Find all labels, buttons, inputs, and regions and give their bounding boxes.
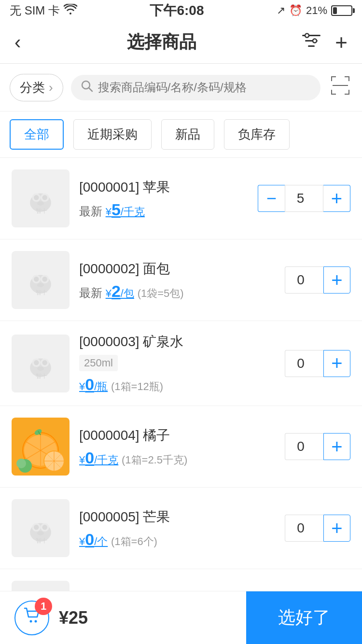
svg-rect-2	[308, 45, 315, 47]
bottom-bar: 1 ¥25 选好了	[0, 591, 362, 644]
battery-percent: 21%	[306, 4, 327, 17]
cart-badge: 1	[35, 598, 52, 615]
quantity-input[interactable]	[285, 266, 323, 294]
product-price: 最新 ¥2/包 (1袋=5包)	[79, 282, 275, 301]
product-thumbnail: 智十	[12, 335, 70, 392]
status-right: ↗ ⏰ 21%	[277, 4, 352, 17]
search-box	[71, 75, 320, 100]
scan-button[interactable]	[328, 73, 352, 101]
tab-all[interactable]: 全部	[10, 119, 64, 150]
quantity-control: − +	[258, 185, 350, 212]
product-name: [0000005] 芒果	[79, 508, 275, 526]
product-info: [0000001] 苹果 最新 ¥5/千克	[79, 178, 248, 219]
increase-button[interactable]: +	[323, 185, 350, 212]
filter-icon[interactable]	[302, 32, 320, 53]
tabs-bar: 全部 近期采购 新品 负库存	[0, 112, 362, 158]
quantity-control: +	[285, 350, 350, 377]
svg-text:智十: 智十	[36, 289, 47, 296]
quantity-input[interactable]	[285, 515, 323, 542]
svg-rect-10	[348, 76, 349, 81]
svg-point-4	[313, 39, 317, 42]
nav-actions: +	[302, 32, 348, 53]
product-thumbnail: 智十	[12, 499, 70, 557]
svg-point-27	[42, 277, 48, 282]
svg-point-56	[34, 525, 39, 530]
quantity-input[interactable]	[285, 185, 323, 212]
tab-new[interactable]: 新品	[161, 119, 214, 150]
tab-negative[interactable]: 负库存	[224, 119, 290, 150]
search-icon	[81, 80, 93, 96]
decrease-button[interactable]: −	[258, 185, 285, 212]
back-button[interactable]: ‹	[14, 31, 21, 53]
list-item: 智十 [0000003] 矿泉水 250ml ¥0/瓶 (1箱=12瓶) +	[0, 321, 362, 406]
product-name: [0000001] 苹果	[79, 178, 248, 196]
svg-point-26	[34, 277, 39, 282]
status-time: 下午6:08	[150, 1, 204, 20]
svg-point-74	[35, 620, 37, 623]
carrier-label: 无 SIM 卡	[10, 3, 60, 18]
svg-point-35	[37, 366, 44, 371]
svg-point-73	[30, 620, 32, 623]
confirm-button[interactable]: 选好了	[246, 591, 362, 644]
product-thumbnail: 智十	[12, 169, 70, 227]
product-info: [0000003] 矿泉水 250ml ¥0/瓶 (1箱=12瓶)	[79, 333, 275, 394]
list-item: [0000004] 橘子 ¥0/千克 (1箱=2.5千克) +	[0, 406, 362, 488]
increase-button[interactable]: +	[323, 515, 350, 542]
status-bar: 无 SIM 卡 下午6:08 ↗ ⏰ 21%	[0, 0, 362, 21]
svg-point-28	[37, 283, 44, 287]
product-name: [0000004] 橘子	[79, 426, 275, 445]
svg-point-21	[37, 201, 44, 206]
location-icon: ↗	[277, 4, 285, 17]
cart-total: ¥25	[59, 608, 88, 628]
cart-button[interactable]: 1	[14, 601, 49, 635]
svg-text:智十: 智十	[36, 208, 47, 214]
svg-text:智十: 智十	[36, 372, 47, 379]
product-list: 智十 [0000001] 苹果 最新 ¥5/千克 − +	[0, 158, 362, 644]
category-button[interactable]: 分类 ›	[10, 74, 63, 101]
svg-text:智十: 智十	[36, 537, 47, 544]
chevron-icon: ›	[49, 80, 53, 95]
product-price: 最新 ¥5/千克	[79, 200, 248, 219]
product-name: [0000003] 矿泉水	[79, 333, 275, 351]
svg-point-57	[42, 525, 48, 530]
quantity-input[interactable]	[285, 433, 323, 460]
svg-rect-12	[331, 90, 332, 95]
product-price: ¥0/个 (1箱=6个)	[79, 530, 275, 549]
increase-button[interactable]: +	[323, 433, 350, 460]
wifi-icon	[64, 4, 77, 17]
svg-point-58	[37, 531, 44, 535]
nav-bar: ‹ 选择商品 +	[0, 21, 362, 64]
filter-bar: 分类 ›	[0, 64, 362, 112]
svg-point-20	[42, 195, 48, 200]
svg-point-33	[34, 360, 39, 365]
quantity-control: +	[285, 433, 350, 460]
product-name: [0000002] 面包	[79, 260, 275, 278]
tab-recent[interactable]: 近期采购	[73, 119, 152, 150]
quantity-control: +	[285, 266, 350, 294]
increase-button[interactable]: +	[323, 350, 350, 377]
list-item: 智十 [0000001] 苹果 最新 ¥5/千克 − +	[0, 158, 362, 239]
product-price: ¥0/瓶 (1箱=12瓶)	[79, 375, 275, 394]
svg-point-34	[42, 360, 48, 365]
quantity-control: +	[285, 515, 350, 542]
svg-point-52	[16, 459, 26, 468]
svg-point-19	[34, 195, 39, 200]
list-item: 智十 [0000002] 面包 最新 ¥2/包 (1袋=5包) +	[0, 239, 362, 321]
list-item: 智十 [0000005] 芒果 ¥0/个 (1箱=6个) +	[0, 488, 362, 569]
product-spec: 250ml	[79, 355, 118, 371]
search-input[interactable]	[98, 81, 311, 94]
product-info: [0000002] 面包 最新 ¥2/包 (1袋=5包)	[79, 260, 275, 301]
svg-rect-15	[333, 85, 348, 86]
svg-line-6	[89, 88, 92, 91]
product-info: [0000004] 橘子 ¥0/千克 (1箱=2.5千克)	[79, 426, 275, 467]
product-price: ¥0/千克 (1箱=2.5千克)	[79, 448, 275, 467]
product-info: [0000005] 芒果 ¥0/个 (1箱=6个)	[79, 508, 275, 549]
quantity-input[interactable]	[285, 350, 323, 377]
product-thumbnail: 智十	[12, 251, 70, 309]
svg-point-3	[305, 33, 309, 37]
svg-rect-14	[348, 90, 349, 95]
product-thumbnail	[12, 418, 70, 476]
add-button[interactable]: +	[335, 32, 348, 53]
increase-button[interactable]: +	[323, 266, 350, 294]
battery-icon	[331, 5, 352, 16]
